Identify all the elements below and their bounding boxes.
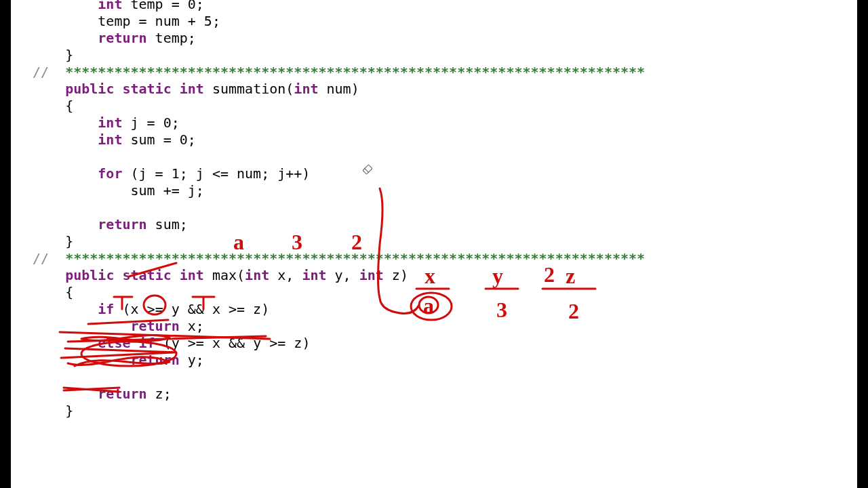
code-block: int temp = 0; temp = num + 5; return tem… [11, 0, 857, 420]
svg-rect-0 [363, 165, 372, 174]
editor-frame: int temp = 0; temp = num + 5; return tem… [11, 0, 857, 488]
